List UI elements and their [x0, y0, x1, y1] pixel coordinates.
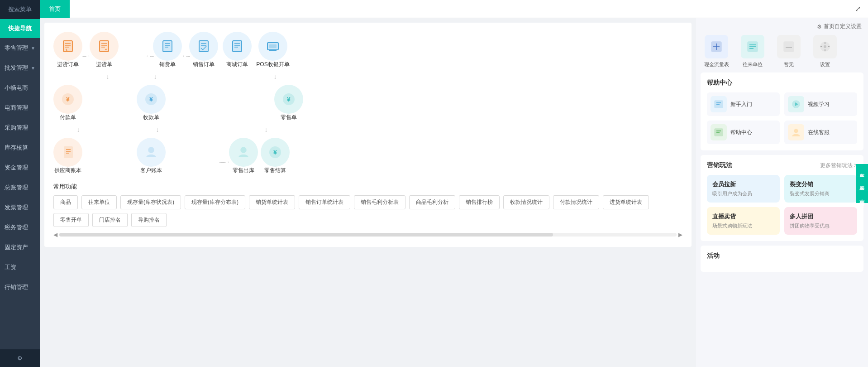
mkt-title-0: 会员拉新 — [712, 180, 774, 188]
marketing-grid: 会员拉新吸引用户成为会员裂变分销裂变式发展分销商直播卖货场景式购物新玩法多人拼团… — [707, 175, 857, 235]
sidebar-item-1[interactable]: 批发管理▼ — [0, 58, 40, 78]
scroll-thumb — [59, 233, 553, 237]
float-btn-1[interactable]: 服务社区 — [856, 177, 868, 190]
help-item-3[interactable]: 在线客服 — [784, 121, 857, 144]
mkt-item-1[interactable]: 裂变分销裂变式发展分销商 — [784, 175, 857, 203]
quick-icon-1[interactable]: 往来单位 — [737, 35, 768, 68]
quick-icon-2[interactable]: —暂无 — [773, 35, 805, 68]
scrollbar: ◀ ▶ — [53, 232, 682, 238]
func-btn-1[interactable]: 往来单位 — [81, 195, 117, 209]
sidebar-item-9[interactable]: 税务管理 — [0, 217, 40, 237]
topbar: 首页 ⤢ — [40, 0, 868, 18]
sidebar-item-7[interactable]: 总账管理 — [0, 178, 40, 198]
flow-node-lsd[interactable]: ¥ 零售单 — [274, 85, 303, 121]
flow-node-xsdd[interactable]: 销售订单 — [189, 32, 218, 68]
quick-nav-card: 进货订单 - - -→ — [44, 23, 692, 247]
sidebar-item-11[interactable]: 工资 — [0, 257, 40, 277]
sidebar-item-5[interactable]: 库存核算 — [0, 138, 40, 158]
func-btn-3[interactable]: 现存量(库存分布表) — [185, 195, 245, 209]
sidebar-item-label-9: 税务管理 — [5, 223, 28, 232]
help-item-2[interactable]: 帮助中心 — [707, 121, 780, 144]
flow-node-gysb[interactable]: 供应商账本 — [53, 138, 82, 174]
mkt-item-2[interactable]: 直播卖货场景式购物新玩法 — [707, 207, 780, 235]
func-btn-13[interactable]: 门店排名 — [92, 213, 128, 227]
func-btn-9[interactable]: 收款情况统计 — [503, 195, 549, 209]
func-btn-6[interactable]: 销售毛利分析表 — [354, 195, 405, 209]
func-btn-10[interactable]: 付款情况统计 — [553, 195, 599, 209]
svg-rect-26 — [269, 44, 277, 48]
help-title: 帮助中心 — [707, 79, 857, 87]
sidebar-item-label-6: 资金管理 — [5, 164, 28, 172]
sidebar-item-3[interactable]: 电商管理 — [0, 98, 40, 118]
svg-rect-5 — [100, 41, 109, 52]
sidebar-item-10[interactable]: 固定资产 — [0, 237, 40, 257]
func-btn-14[interactable]: 导购排名 — [131, 213, 167, 227]
arrow-xsdd-xhs: ←- - - — [182, 53, 189, 68]
func-btn-2[interactable]: 现存量(库存状况表) — [120, 195, 181, 209]
flow-node-pos[interactable]: POS收银开单 — [256, 32, 289, 68]
flow-node-khzb[interactable]: 客户账本 — [137, 138, 166, 174]
sidebar-search[interactable]: 搜索菜单 — [0, 0, 40, 19]
sidebar-item-2[interactable]: 小畅电商 — [0, 78, 40, 98]
content-area: 进货订单 - - -→ — [40, 18, 868, 367]
q-icon-label-0: 现金流量表 — [704, 61, 729, 68]
flow-node-lsjsn[interactable]: ¥ 零售结算 — [261, 138, 290, 174]
sidebar-item-4[interactable]: 采购管理 — [0, 118, 40, 138]
func-btn-7[interactable]: 商品毛利分析 — [409, 195, 455, 209]
mkt-desc-0: 吸引用户成为会员 — [712, 190, 774, 197]
help-item-label-0: 新手入门 — [730, 101, 752, 108]
mkt-item-0[interactable]: 会员拉新吸引用户成为会员 — [707, 175, 780, 203]
help-item-0[interactable]: 新手入门 — [707, 92, 780, 116]
sidebar-item-label-8: 发票管理 — [5, 203, 28, 212]
flow-node-scdd[interactable]: 商城订单 — [223, 32, 252, 68]
help-grid: 新手入门视频学习帮助中心在线客服 — [707, 92, 857, 144]
sidebar-settings[interactable]: ⚙ — [0, 349, 40, 367]
flow-node-xhs[interactable]: 销货单 — [153, 32, 182, 68]
marketing-title: 营销玩法 — [707, 161, 732, 169]
sidebar-item-8[interactable]: 发票管理 — [0, 198, 40, 217]
func-btn-5[interactable]: 销售订单统计表 — [299, 195, 350, 209]
flow-node-fkd[interactable]: ¥ 付款单 — [53, 85, 82, 121]
flow-node-skd[interactable]: ¥ 收款单 — [137, 85, 166, 121]
quick-icon-3[interactable]: 设置 — [809, 35, 841, 68]
more-marketing-link[interactable]: 更多营销玩法 > — [820, 162, 857, 169]
func-btn-8[interactable]: 销售排行榜 — [459, 195, 500, 209]
sidebar-nav-highlight[interactable]: 快捷导航 — [0, 19, 40, 38]
float-btn-0[interactable]: 客服热线 — [856, 164, 868, 177]
customize-header[interactable]: ⚙ 首页自定义设置 — [701, 23, 863, 30]
sidebar-item-12[interactable]: 行销管理 — [0, 277, 40, 297]
func-btn-11[interactable]: 进货单统计表 — [603, 195, 649, 209]
gear-small-icon: ⚙ — [817, 24, 822, 30]
flow-node-jhs[interactable]: 进货单 — [90, 32, 119, 68]
flow-node-lsck[interactable]: 零售出库 — [229, 138, 258, 174]
flow-node-jhdd[interactable]: 进货订单 — [53, 32, 82, 68]
q-icon-box-0 — [705, 35, 728, 58]
sidebar: 搜索菜单 快捷导航 零售管理▼批发管理▼小畅电商电商管理采购管理库存核算资金管理… — [0, 0, 40, 367]
func-btn-4[interactable]: 销货单统计表 — [249, 195, 295, 209]
mkt-item-3[interactable]: 多人拼团拼团购物享受优惠 — [784, 207, 857, 235]
customize-label: 首页自定义设置 — [824, 23, 862, 30]
func-btn-12[interactable]: 零售开单 — [53, 213, 89, 227]
sidebar-item-label-0: 零售管理 — [5, 44, 28, 52]
gear-icon: ⚙ — [17, 355, 23, 362]
q-icon-box-1 — [741, 35, 764, 58]
sidebar-item-6[interactable]: 资金管理 — [0, 158, 40, 178]
func-btn-0[interactable]: 商品 — [53, 195, 78, 209]
scroll-right-arrow[interactable]: ▶ — [678, 232, 682, 238]
sidebar-item-label-11: 工资 — [5, 263, 16, 271]
quick-icon-0[interactable]: 现金流量表 — [701, 35, 732, 68]
activity-title: 活动 — [707, 252, 857, 260]
help-item-1[interactable]: 视频学习 — [784, 92, 857, 116]
scroll-track[interactable] — [59, 233, 677, 237]
tab-home[interactable]: 首页 — [40, 0, 70, 18]
help-icon-1 — [788, 96, 804, 112]
scroll-left-arrow[interactable]: ◀ — [53, 232, 57, 238]
sidebar-item-0[interactable]: 零售管理▼ — [0, 38, 40, 58]
svg-rect-19 — [233, 41, 242, 52]
sidebar-item-label-10: 固定资产 — [5, 243, 28, 251]
svg-point-38 — [148, 147, 154, 153]
expand-icon[interactable]: ⤢ — [855, 5, 861, 13]
float-buttons: 客服热线服务社区桌面快捷 — [856, 164, 868, 203]
float-btn-2[interactable]: 桌面快捷 — [856, 190, 868, 203]
mkt-desc-2: 场景式购物新玩法 — [712, 222, 774, 229]
